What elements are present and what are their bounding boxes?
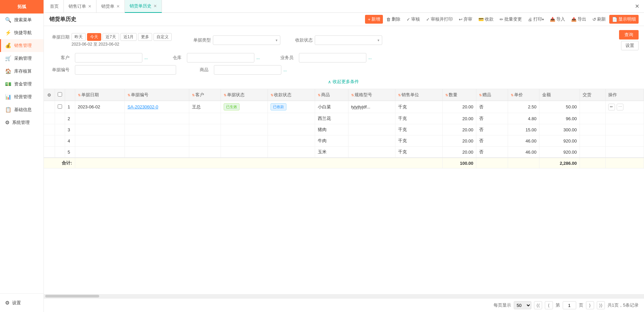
- sidebar-item-settings[interactable]: ⚙ 设置: [0, 296, 44, 309]
- sidebar-item-inventory[interactable]: 🏠 库存核算: [0, 65, 44, 78]
- tab-sales-order[interactable]: 销售订单✕: [64, 0, 96, 13]
- goods-input[interactable]: [214, 65, 281, 75]
- toolbar-import-btn[interactable]: 📥导入: [547, 15, 568, 24]
- date-btn-yesterday[interactable]: 昨天: [72, 33, 86, 41]
- tab-bar-close-btn[interactable]: ✕: [632, 3, 643, 9]
- toolbar-approve-print-btn[interactable]: ✓审核并打印: [423, 15, 455, 24]
- row-checkbox[interactable]: [58, 104, 62, 109]
- customer-input[interactable]: [75, 53, 142, 62]
- salesperson-ellipsis[interactable]: ...: [367, 55, 373, 60]
- col-unitprice[interactable]: ⇅单价: [508, 89, 539, 101]
- toolbar-export-btn[interactable]: 📤导出: [568, 15, 589, 24]
- filter-settings-button[interactable]: 设置: [621, 41, 639, 50]
- tab-home[interactable]: 首页: [45, 0, 64, 13]
- edit-action-btn[interactable]: ✏: [608, 104, 615, 110]
- tab-sales-goods[interactable]: 销货单✕: [96, 0, 125, 13]
- row-checkbox-cell[interactable]: [55, 147, 65, 158]
- customer-ellipsis[interactable]: ...: [143, 55, 149, 60]
- doc-num-link[interactable]: SA-20230602-0: [128, 104, 158, 109]
- col-qty[interactable]: ⇅数量: [442, 89, 476, 101]
- col-spec[interactable]: ⇅规格型号: [348, 89, 395, 101]
- page-next-btn[interactable]: ⟩: [586, 301, 594, 309]
- date-btn-custom[interactable]: 自定义: [153, 33, 172, 41]
- col-docstatus[interactable]: ⇅单据状态: [221, 89, 268, 101]
- warehouse-input[interactable]: [187, 53, 254, 62]
- date-btn-1month[interactable]: 近1月: [120, 33, 137, 41]
- sidebar-bottom: ⚙ 设置: [0, 293, 44, 312]
- row-customer: [189, 124, 221, 135]
- page-prev-btn[interactable]: ⟨: [545, 301, 553, 309]
- row-checkbox-cell[interactable]: [55, 113, 65, 124]
- horizontal-scrollbar[interactable]: [44, 294, 644, 298]
- toolbar-collect-btn[interactable]: 💳收款: [476, 15, 496, 24]
- sidebar-item-purchase-mgmt[interactable]: 🛒 采购管理: [0, 52, 44, 65]
- query-button[interactable]: 查询: [619, 30, 639, 40]
- sidebar-item-quick-nav[interactable]: ⚡ 快捷导航: [0, 26, 44, 39]
- row-qty: 20.00: [442, 113, 476, 124]
- approve-icon: ✓: [407, 17, 410, 22]
- sidebar-item-operations[interactable]: 📊 经营管理: [0, 90, 44, 103]
- toolbar-approve-btn[interactable]: ✓审核: [404, 15, 423, 24]
- payment-status-label: 收款状态: [292, 37, 313, 43]
- toolbar-delete-btn[interactable]: 🗑删除: [384, 15, 403, 24]
- date-btn-today[interactable]: 今天: [87, 33, 101, 41]
- doc-type-select[interactable]: [213, 35, 280, 45]
- row-docnum[interactable]: [125, 124, 189, 135]
- page-suffix-label: 页: [579, 302, 583, 308]
- date-btn-7days[interactable]: 近7天: [103, 33, 119, 41]
- row-qty: 20.00: [442, 135, 476, 147]
- toolbar-print-btn[interactable]: 🖨打印: [525, 15, 547, 24]
- toolbar-abandon-btn[interactable]: ↩弃审: [456, 15, 475, 24]
- col-checkbox[interactable]: [55, 89, 65, 101]
- more-action-btn[interactable]: ⋯: [617, 104, 623, 110]
- sidebar-item-sales-mgmt[interactable]: 💰 销售管理: [0, 39, 44, 52]
- col-paymentstatus[interactable]: ⇅收款状态: [268, 89, 315, 101]
- tab-sales-history[interactable]: 销货单历史✕: [125, 0, 162, 13]
- salesperson-input[interactable]: [299, 53, 366, 62]
- goods-ellipsis[interactable]: ...: [282, 68, 288, 72]
- payment-status-select[interactable]: [315, 35, 382, 45]
- col-goods[interactable]: ⇅商品: [315, 89, 348, 101]
- col-date[interactable]: ⇅单据日期: [75, 89, 125, 101]
- col-docnum[interactable]: ⇅单据编号: [125, 89, 189, 101]
- sidebar-item-basic-info[interactable]: 📋 基础信息: [0, 103, 44, 116]
- toolbar-refresh-btn[interactable]: ↺刷新: [590, 15, 609, 24]
- toolbar-show-details-btn[interactable]: 📄显示明细: [609, 15, 639, 24]
- doc-number-label: 单据编号: [49, 67, 69, 73]
- per-page-select[interactable]: 50 10 20 100: [514, 301, 531, 309]
- tab-sales-history-close[interactable]: ✕: [153, 4, 157, 8]
- row-docnum[interactable]: SA-20230602-0: [125, 101, 189, 113]
- col-settings[interactable]: ⚙: [44, 89, 55, 101]
- row-docstatus: [221, 113, 268, 124]
- toolbar-batch-change-btn[interactable]: ✏批量变更: [497, 15, 525, 24]
- sidebar-item-finance[interactable]: 💵 资金管理: [0, 78, 44, 90]
- date-btn-more[interactable]: 更多: [138, 33, 152, 41]
- page-last-btn[interactable]: ⟩⟩: [597, 301, 605, 309]
- sidebar-item-system-mgmt[interactable]: ⚙ 系统管理: [0, 116, 44, 129]
- col-unit[interactable]: ⇅销售单位: [395, 89, 443, 101]
- doc-number-input[interactable]: [75, 65, 176, 75]
- row-checkbox-cell[interactable]: [55, 101, 65, 113]
- tab-sales-order-close[interactable]: ✕: [88, 4, 91, 9]
- select-all-checkbox[interactable]: [58, 92, 62, 97]
- row-checkbox-cell[interactable]: [55, 124, 65, 135]
- sidebar-item-search[interactable]: 🔍 搜索菜单: [0, 14, 44, 26]
- row-checkbox-cell[interactable]: [55, 135, 65, 147]
- row-docnum[interactable]: [125, 135, 189, 147]
- tab-sales-goods-close[interactable]: ✕: [116, 4, 120, 9]
- scrollbar-thumb[interactable]: [45, 295, 99, 297]
- sidebar-item-settings-label: 设置: [12, 300, 21, 306]
- warehouse-ellipsis[interactable]: ...: [255, 55, 261, 60]
- row-trade: [580, 113, 605, 124]
- collapse-conditions-btn[interactable]: ∧ 收起更多条件: [49, 77, 639, 86]
- col-customer[interactable]: ⇅客户: [189, 89, 221, 101]
- row-docnum[interactable]: [125, 147, 189, 158]
- sidebar-item-sales-mgmt-label: 销售管理: [14, 43, 32, 49]
- show-details-icon: 📄: [612, 17, 617, 22]
- col-gift[interactable]: ⇅赠品: [476, 89, 508, 101]
- row-docnum[interactable]: [125, 113, 189, 124]
- page-number-input[interactable]: [563, 301, 576, 309]
- page-first-btn[interactable]: ⟨⟨: [534, 301, 542, 309]
- toolbar-new-btn[interactable]: +新增: [365, 15, 383, 24]
- col-rownum: [65, 89, 75, 101]
